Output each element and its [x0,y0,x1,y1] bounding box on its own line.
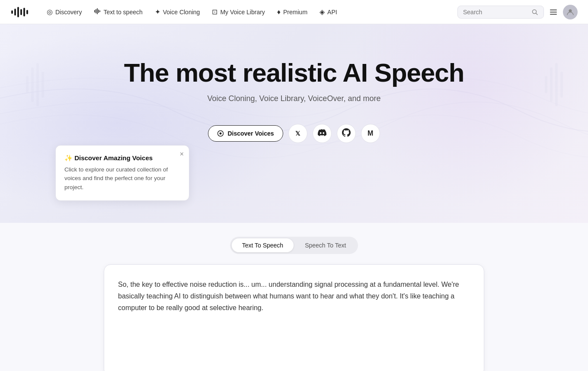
svg-rect-9 [98,10,99,13]
navbar: ◎ Discovery Text to speech ✦ Voice Cloni… [0,0,588,24]
svg-rect-7 [96,9,96,13]
svg-point-26 [220,133,222,135]
tab-text-to-speech[interactable]: Text To Speech [232,238,294,252]
svg-rect-2 [17,7,19,17]
nav-item-my-voice-library[interactable]: ⊡ My Voice Library [207,5,270,19]
medium-icon: M [368,130,373,137]
twitter-button[interactable]: 𝕏 [288,124,307,143]
nav-item-discovery[interactable]: ◎ Discovery [42,5,87,19]
textarea-section: So, the key to effective noise reduction… [0,261,588,371]
svg-rect-1 [14,9,16,16]
premium-icon: ♦ [277,8,281,16]
svg-rect-3 [20,9,22,15]
tooltip-card: × ✨ Discover Amazing Voices Click to exp… [55,145,189,201]
discover-voices-button[interactable]: Discover Voices [208,125,283,142]
nav-right [457,5,578,19]
svg-line-12 [536,13,538,15]
discovery-icon: ◎ [47,8,53,16]
api-icon: ◈ [320,8,325,16]
hero-title: The most realistic AI Speech [10,59,578,87]
menu-button[interactable] [549,8,558,16]
svg-rect-15 [550,14,557,15]
svg-rect-4 [23,8,25,16]
nav-item-premium[interactable]: ♦ Premium [272,6,313,19]
svg-rect-13 [550,10,557,10]
tab-speech-to-text[interactable]: Speech To Text [294,238,356,252]
github-button[interactable] [337,124,356,143]
hero-subtitle: Voice Cloning, Voice Library, VoiceOver,… [10,94,578,103]
tooltip-body: Click to explore our curated collection … [64,165,180,192]
hero-actions: Discover Voices 𝕏 M [10,124,578,143]
twitter-icon: 𝕏 [295,130,300,137]
tabs-section: Text To Speech Speech To Text [0,223,588,261]
tooltip-close-button[interactable]: × [180,151,184,158]
textarea-card[interactable]: So, the key to effective noise reduction… [104,264,484,371]
voice-library-icon: ⊡ [212,8,217,16]
logo[interactable] [10,6,31,18]
voice-cloning-icon: ✦ [155,8,160,16]
textarea-content: So, the key to effective noise reduction… [118,279,470,314]
hero-section: The most realistic AI Speech Voice Cloni… [0,24,588,223]
svg-rect-14 [550,12,557,13]
svg-rect-5 [26,10,28,14]
nav-item-text-to-speech[interactable]: Text to speech [89,5,147,19]
github-icon [342,128,351,139]
text-to-speech-icon [94,8,101,16]
search-input[interactable] [463,9,528,16]
tooltip-title: ✨ Discover Amazing Voices [64,154,180,162]
svg-rect-8 [97,8,98,14]
nav-item-api[interactable]: ◈ API [314,5,342,19]
nav-item-voice-cloning[interactable]: ✦ Voice Cloning [150,5,205,19]
svg-rect-6 [94,10,95,13]
nav-items: ◎ Discovery Text to speech ✦ Voice Cloni… [42,5,454,19]
svg-rect-0 [11,10,13,14]
svg-rect-10 [99,10,100,12]
search-button[interactable] [531,9,538,16]
tabs-group: Text To Speech Speech To Text [230,237,358,254]
discord-button[interactable] [313,124,332,143]
medium-button[interactable]: M [361,124,380,143]
discord-icon [318,129,326,138]
avatar[interactable] [563,5,578,19]
search-box[interactable] [457,6,544,19]
